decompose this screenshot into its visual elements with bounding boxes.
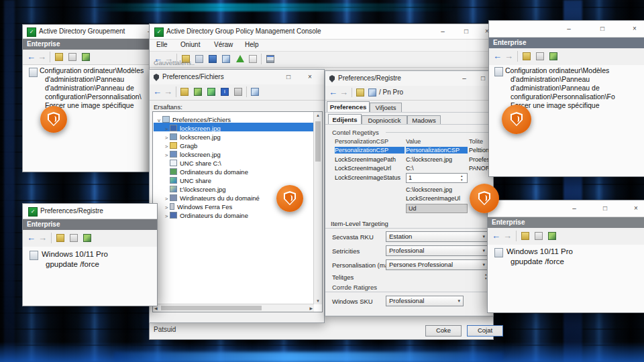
tab-edijents[interactable]: Edijents [328,114,362,125]
registry-row[interactable]: LockScreenImageUrl C:\ PANORD DW [333,164,468,173]
scroll-thumb[interactable] [315,121,321,162]
close-button[interactable]: × [630,25,639,32]
ok-button[interactable]: Coke [425,325,462,337]
back-icon[interactable]: ← [27,232,36,244]
tree-view: vPreferences/Fichiers >lockscreen.jpg >l… [152,111,323,312]
registry-item-icon [494,248,503,257]
registry-row[interactable]: LockScreenImagePath C:\lockscreen.jpg Pr… [333,156,468,164]
file-icon[interactable] [70,234,78,242]
forward-icon[interactable]: → [38,51,46,63]
minimize-button[interactable]: – [438,27,447,35]
windows-sku-select[interactable]: ▾Professional [386,296,464,306]
tree-row[interactable]: >lockscreen.jpg [154,149,313,158]
image-icon[interactable] [207,88,215,96]
status-spinner-input[interactable]: 1 [406,173,468,183]
folder-icon[interactable] [523,52,531,60]
col-header-extra[interactable]: Tolite [469,138,483,145]
scroll-up-icon[interactable]: ▲ [314,113,322,117]
tree-row[interactable]: >lockscreen.jpg [154,123,313,131]
gray-folder-icon[interactable] [234,88,242,96]
forward-icon[interactable]: → [38,232,47,244]
ud-field[interactable]: Ud [406,204,468,213]
back-icon[interactable]: ← [492,230,500,242]
maximize-button[interactable]: □ [478,74,488,82]
menu-file[interactable]: Elle [152,41,172,48]
image-icon[interactable] [222,55,230,63]
back-icon[interactable]: ← [27,51,36,63]
tree-row[interactable]: >Gragb [154,140,313,149]
scroll-down-icon[interactable]: ▼ [314,299,322,303]
col-header-value[interactable]: Value [406,138,421,145]
horizontal-scrollbar[interactable]: ◀ ▶ [153,304,314,312]
computer-icon [170,212,177,219]
tree-row[interactable]: vPreferences/Fichiers [154,114,313,123]
maximize-button[interactable]: □ [284,73,293,80]
file-icon[interactable] [536,52,544,60]
folder-icon[interactable] [55,53,63,61]
folder-icon[interactable] [56,234,64,242]
tab-dopnioctick[interactable]: Dopnioctick [362,115,407,125]
scroll-left-icon[interactable]: ◀ [154,306,158,310]
minimize-button[interactable]: – [460,74,469,82]
value-line: C:\lockscreen.jpg [406,186,452,193]
image-icon[interactable] [83,234,91,242]
image-icon[interactable] [368,88,376,97]
folder-icon[interactable] [180,88,189,96]
image-icon[interactable] [82,53,90,61]
image-icon[interactable] [194,88,202,96]
cone-icon[interactable] [236,55,244,62]
tab-madows[interactable]: Madows [407,115,441,125]
image-icon[interactable] [548,232,556,240]
personalisation-select[interactable]: ▾Persones Professional [386,259,488,270]
scroll-right-icon[interactable]: ▶ [309,306,313,310]
file-icon[interactable] [68,53,76,61]
close-button[interactable]: × [631,204,641,212]
tab-divider [325,112,493,113]
forward-icon[interactable]: → [503,230,512,242]
tab-vifjoets[interactable]: Vifjoets [370,103,402,113]
forward-icon[interactable]: → [504,50,513,62]
report-icon[interactable] [195,55,203,63]
monitor-icon[interactable] [266,55,274,63]
picture-icon[interactable] [251,88,259,96]
maximize-button[interactable]: □ [600,204,610,212]
menu-help[interactable]: Help [241,41,263,48]
maximize-button[interactable]: □ [598,25,607,32]
maximize-button[interactable]: □ [462,27,471,35]
folder-icon[interactable] [521,232,529,240]
minimize-button[interactable]: – [570,204,579,212]
tree-row[interactable]: UNC share [154,175,313,184]
spin-down-icon[interactable]: ▾ [461,178,463,182]
minimize-button[interactable]: – [564,25,574,32]
copy-icon[interactable] [249,55,257,63]
file-icon[interactable] [535,232,543,240]
scroll-thumb[interactable] [161,306,262,310]
spinner[interactable]: ▴ ▾ [461,174,463,182]
forward-icon[interactable]: → [339,86,348,99]
select-value: Professional [389,297,424,304]
image-icon[interactable] [549,52,557,60]
tree-row[interactable]: >lockscreen.jpg [154,131,313,140]
menu-action[interactable]: Oniunt [176,41,204,48]
tab-preferences[interactable]: Preferences [327,101,370,113]
tree-row[interactable]: UNC share C:\ [154,158,313,166]
app-logo-icon: ✓ [154,27,164,37]
cancel-button[interactable]: Cojat [467,325,503,337]
back-icon[interactable]: ← [329,86,337,99]
sku-select[interactable]: ▾Estation [386,231,488,242]
window-enterprise-br: – □ × Enterprise ← → Windows 10/11 Pro g… [487,200,644,313]
back-icon[interactable]: ← [493,50,502,62]
menu-view[interactable]: Véraw [210,41,237,48]
tree-row[interactable]: Ordinateurs du domaine [154,166,313,175]
registry-row[interactable]: LockScreenImageStatus 1 ▴ ▾ [333,173,468,183]
edition-select[interactable]: ▾Professional [386,245,488,256]
info-icon[interactable]: i [221,88,229,96]
lock-icon[interactable] [356,88,364,97]
close-button[interactable]: × [305,73,315,80]
forward-icon[interactable]: → [164,86,172,98]
back-icon[interactable]: ← [153,86,162,98]
vertical-scrollbar[interactable]: ▲ ▼ [313,112,322,304]
chart-icon[interactable] [209,55,217,63]
col-header-name[interactable]: PersonalizationCSP [335,138,388,145]
registry-row[interactable]: PersonalizationCSP PersonalizationCSP Pe… [333,146,468,155]
